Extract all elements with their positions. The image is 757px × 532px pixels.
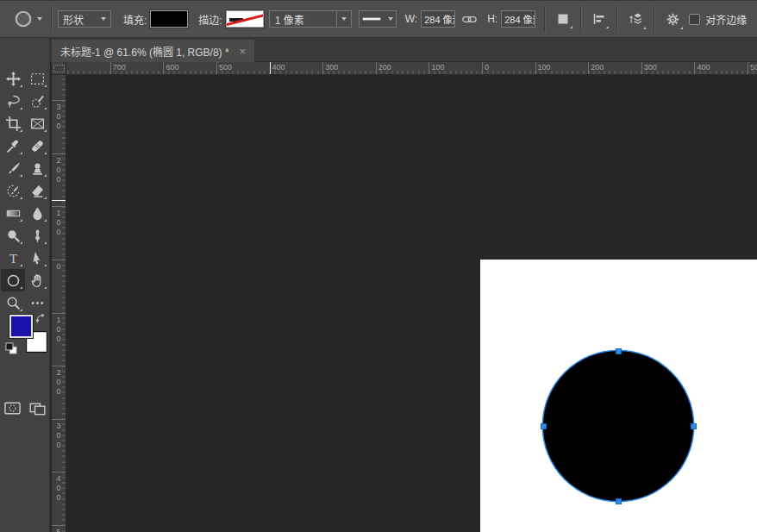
path-selection-tool[interactable] [25,247,49,269]
lasso-tool[interactable] [1,90,25,112]
ruler-label: 500 [54,528,62,532]
toolbox-bottom-buttons [0,400,50,416]
height-input[interactable]: 284 像素 [501,10,535,28]
frame-tool[interactable] [25,112,49,135]
more-icon [30,296,45,310]
clone-stamp-tool[interactable] [25,157,49,179]
ruler-label: 400 [54,474,62,503]
eraser-tool[interactable] [25,179,49,202]
move-tool[interactable] [1,67,25,90]
flyout-indicator [44,219,47,222]
quick-selection-tool[interactable] [25,90,49,112]
swap-colors-icon[interactable] [35,312,47,328]
quick-mask-button[interactable] [4,400,21,416]
ruler-label: 100 [538,63,551,72]
horizontal-ruler[interactable]: 7006005004003002001000100200300400500 [66,62,757,75]
history-brush-tool[interactable] [1,179,25,202]
hand-tool[interactable] [25,269,49,291]
path-arrange-button[interactable] [627,10,645,28]
link-icon[interactable] [462,12,477,27]
flyout-indicator [20,129,22,132]
stroke-type-dropdown[interactable] [359,10,397,28]
stroke-width-combo[interactable]: 1 像素 [269,10,352,28]
blur-tool[interactable] [25,202,49,224]
flyout-indicator [570,26,572,28]
path-operations-icon [556,12,570,26]
edit-toolbar[interactable] [25,291,49,314]
ruler-label: 100 [54,316,62,344]
tool-preset-picker[interactable] [10,8,46,30]
ruler-origin-corner[interactable] [52,62,66,75]
width-input[interactable]: 284 像素 [421,10,455,28]
shape-settings-button[interactable] [664,10,682,28]
width-value: 284 像素 [424,12,455,26]
height-value: 284 像素 [504,12,535,26]
flyout-indicator [44,84,47,87]
separator [580,6,582,32]
type-tool[interactable]: T [1,247,25,269]
document-canvas[interactable] [480,260,757,532]
ruler-origin-icon [53,65,65,72]
document-tab-title: 未标题-1 @ 61.6% (椭圆 1, RGB/8) * [60,44,229,59]
ruler-major-tick [52,472,66,473]
screen-mode-button[interactable] [29,400,46,416]
flyout-indicator [20,219,22,222]
transform-handle-left[interactable] [541,423,547,429]
separator [654,6,655,32]
ellipse-tool[interactable] [1,269,25,291]
ruler-label: 200 [378,63,391,72]
clone-stamp-icon [30,161,45,176]
dodge-tool[interactable] [1,224,25,247]
ruler-label: 100 [431,63,444,72]
gear-icon [666,12,680,27]
path-operations-button[interactable] [554,10,572,28]
crop-tool[interactable] [1,112,25,135]
close-tab-icon[interactable]: × [240,46,247,57]
tool-mode-select[interactable]: 形状 [58,10,111,28]
transform-handle-bottom[interactable] [616,498,622,504]
brush-tool[interactable] [1,157,25,179]
ruler-label: 200 [54,156,62,185]
ruler-major-tick [52,153,66,154]
ruler-label: 300 [54,103,62,131]
flyout-indicator [643,27,646,29]
separator [51,6,53,32]
stroke-width-dropdown[interactable] [336,11,351,27]
eyedropper-tool[interactable] [1,135,25,157]
spot-healing-brush-tool[interactable] [25,135,49,157]
flyout-indicator [20,264,22,266]
foreground-color-swatch[interactable] [9,315,33,338]
canvas-area[interactable] [66,75,757,532]
flyout-indicator [20,107,22,110]
flyout-indicator [20,84,22,87]
rectangular-marquee-tool[interactable] [25,67,49,90]
align-edges-checkbox[interactable] [689,14,700,25]
ruler-label: 100 [54,209,62,237]
ellipse-preset-icon [14,9,33,28]
quick-selection-icon [30,94,45,109]
transform-handle-top[interactable] [616,348,622,354]
vertical-ruler[interactable]: 3002001000100200300400500 [52,75,66,532]
fill-swatch[interactable] [150,10,188,28]
ruler-label: 0 [485,63,489,72]
flyout-indicator [680,27,683,29]
document-tab[interactable]: 未标题-1 @ 61.6% (椭圆 1, RGB/8) * × [52,40,254,62]
tools-panel: T [0,38,50,532]
path-align-button[interactable] [591,10,608,28]
transform-handle-right[interactable] [691,423,697,429]
chevron-down-icon [341,17,347,21]
stroke-type-chevron[interactable] [385,11,396,27]
ruler-major-tick [535,62,536,74]
ruler-major-tick [482,62,483,74]
flyout-indicator [20,197,22,199]
pen-tool[interactable] [25,224,49,247]
zoom-tool[interactable] [1,291,25,314]
stroke-label: 描边: [198,12,222,27]
pen-icon [30,228,45,243]
stroke-swatch[interactable] [226,10,264,28]
default-colors-icon[interactable] [5,342,18,359]
history-brush-icon [6,184,21,198]
gradient-tool[interactable] [1,202,25,224]
photoshop-window: 形状 填充: 描边: 1 像素 W: 284 像素 H: 284 像素 [0,0,757,532]
ellipse-shape[interactable] [543,351,693,501]
